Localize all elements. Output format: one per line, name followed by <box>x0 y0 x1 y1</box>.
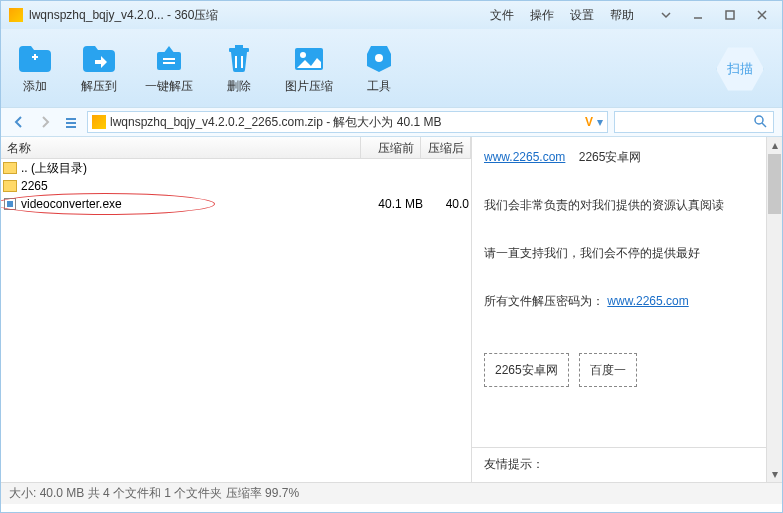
svg-rect-1 <box>726 11 734 19</box>
file-list-pane: 名称 压缩前 压缩后 .. (上级目录) 2265 videoconverter… <box>1 137 472 482</box>
tool-label: 一键解压 <box>145 78 193 95</box>
svg-rect-9 <box>235 56 237 68</box>
nav-forward-button[interactable] <box>35 112 55 132</box>
tool-label: 工具 <box>367 78 391 95</box>
tool-label: 删除 <box>227 78 251 95</box>
one-click-extract-button[interactable]: 一键解压 <box>145 42 193 95</box>
svg-rect-10 <box>241 56 243 68</box>
file-name: .. (上级目录) <box>21 160 369 177</box>
chevron-down-icon[interactable]: ▾ <box>597 115 603 129</box>
scan-button[interactable]: 扫描 <box>714 43 766 95</box>
vip-badge: V <box>585 115 593 129</box>
tool-label: 图片压缩 <box>285 78 333 95</box>
image-icon <box>291 42 327 74</box>
dashed-button-site[interactable]: 2265安卓网 <box>484 353 569 387</box>
folder-plus-icon <box>17 42 53 74</box>
titlebar: lwqnspzhq_bqjy_v4.2.0... - 360压缩 文件 操作 设… <box>1 1 782 29</box>
menu-settings[interactable]: 设置 <box>570 7 594 24</box>
list-body: .. (上级目录) 2265 videoconverter.exe 40.1 M… <box>1 159 471 482</box>
svg-rect-15 <box>66 122 76 124</box>
pathbar: lwqnspzhq_bqjy_v4.2.0.2_2265.com.zip - 解… <box>1 107 782 137</box>
size-before: 40.1 MB <box>369 197 429 211</box>
info-body: www.2265.com 2265安卓网 我们会非常负责的对我们提供的资源认真阅… <box>472 137 766 482</box>
delete-button[interactable]: 删除 <box>221 42 257 95</box>
status-text: 大小: 40.0 MB 共 4 个文件和 1 个文件夹 压缩率 99.7% <box>9 485 299 502</box>
svg-rect-4 <box>157 52 181 70</box>
window-title: lwqnspzhq_bqjy_v4.2.0... - 360压缩 <box>29 7 218 24</box>
col-before[interactable]: 压缩前 <box>361 137 421 158</box>
scroll-thumb[interactable] <box>768 154 781 214</box>
toolbox-icon <box>361 42 397 74</box>
extract-icon <box>151 42 187 74</box>
add-button[interactable]: 添加 <box>17 42 53 95</box>
svg-line-18 <box>762 123 766 127</box>
path-text: lwqnspzhq_bqjy_v4.2.0.2_2265.com.zip - 解… <box>110 114 581 131</box>
search-icon <box>753 114 767 131</box>
exe-icon <box>3 197 17 211</box>
svg-rect-14 <box>66 118 76 120</box>
list-item-up[interactable]: .. (上级目录) <box>1 159 471 177</box>
dashed-button-baidu[interactable]: 百度一 <box>579 353 637 387</box>
list-header: 名称 压缩前 压缩后 <box>1 137 471 159</box>
password-label: 所有文件解压密码为： <box>484 294 604 308</box>
dropdown-icon[interactable] <box>654 6 678 24</box>
svg-rect-16 <box>66 126 76 128</box>
archive-icon <box>92 115 106 129</box>
folder-icon <box>3 179 17 193</box>
path-input[interactable]: lwqnspzhq_bqjy_v4.2.0.2_2265.com.zip - 解… <box>87 111 608 133</box>
menu-bar: 文件 操作 设置 帮助 <box>490 7 634 24</box>
statusbar: 大小: 40.0 MB 共 4 个文件和 1 个文件夹 压缩率 99.7% <box>1 482 782 504</box>
minimize-button[interactable] <box>686 6 710 24</box>
svg-rect-3 <box>34 54 36 60</box>
svg-rect-8 <box>235 45 243 48</box>
svg-point-17 <box>755 116 763 124</box>
image-compress-button[interactable]: 图片压缩 <box>285 42 333 95</box>
list-item-file[interactable]: videoconverter.exe 40.1 MB 40.0 <box>1 195 471 213</box>
file-name: 2265 <box>21 179 369 193</box>
svg-rect-6 <box>163 62 175 64</box>
toolbar: 添加 解压到 一键解压 删除 图片压缩 工具 扫描 <box>1 29 782 107</box>
svg-point-12 <box>300 52 306 58</box>
file-name: videoconverter.exe <box>21 197 369 211</box>
scroll-down-icon[interactable]: ▾ <box>767 466 782 482</box>
content: 名称 压缩前 压缩后 .. (上级目录) 2265 videoconverter… <box>1 137 782 482</box>
size-after: 40.0 <box>429 197 469 211</box>
tool-label: 解压到 <box>81 78 117 95</box>
col-name[interactable]: 名称 <box>1 137 361 158</box>
scroll-up-icon[interactable]: ▴ <box>767 137 782 153</box>
site-name: 2265安卓网 <box>579 150 642 164</box>
scrollbar[interactable]: ▴ ▾ <box>766 137 782 482</box>
nav-back-button[interactable] <box>9 112 29 132</box>
svg-point-13 <box>375 54 383 62</box>
view-mode-button[interactable] <box>61 112 81 132</box>
menu-file[interactable]: 文件 <box>490 7 514 24</box>
folder-up-icon <box>3 161 17 175</box>
extract-to-button[interactable]: 解压到 <box>81 42 117 95</box>
tool-label: 添加 <box>23 78 47 95</box>
site-link[interactable]: www.2265.com <box>484 150 565 164</box>
search-input[interactable] <box>614 111 774 133</box>
info-pane: www.2265.com 2265安卓网 我们会非常负责的对我们提供的资源认真阅… <box>472 137 782 482</box>
info-line: 我们会非常负责的对我们提供的资源认真阅读 <box>484 193 754 217</box>
folder-arrow-icon <box>81 42 117 74</box>
app-icon <box>9 8 23 22</box>
menu-operate[interactable]: 操作 <box>530 7 554 24</box>
svg-rect-7 <box>229 48 249 52</box>
menu-help[interactable]: 帮助 <box>610 7 634 24</box>
trash-icon <box>221 42 257 74</box>
list-item-folder[interactable]: 2265 <box>1 177 471 195</box>
scan-label: 扫描 <box>716 45 764 93</box>
tools-button[interactable]: 工具 <box>361 42 397 95</box>
info-line: 请一直支持我们，我们会不停的提供最好 <box>484 241 754 265</box>
password-link[interactable]: www.2265.com <box>607 294 688 308</box>
close-button[interactable] <box>750 6 774 24</box>
col-after[interactable]: 压缩后 <box>421 137 471 158</box>
svg-rect-5 <box>163 58 175 60</box>
friend-tip: 友情提示： <box>472 447 766 476</box>
maximize-button[interactable] <box>718 6 742 24</box>
